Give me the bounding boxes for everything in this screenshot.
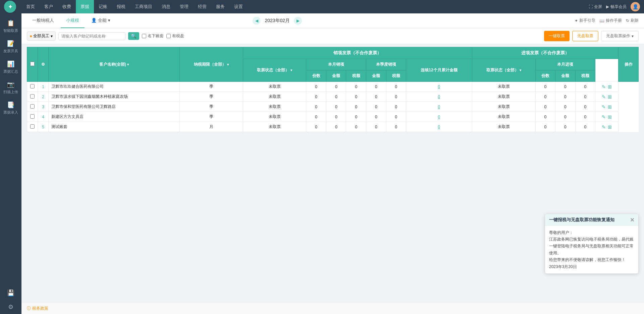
row-consecutive-12[interactable]: 0 (406, 92, 472, 102)
row-purchase-month-count: 0 (535, 112, 555, 122)
nav-invoice[interactable]: 票据 (76, 0, 94, 13)
row-sales-quarter-amount: 0 (366, 82, 386, 92)
sidebar-item-summary[interactable]: 📊 票据汇总 (1, 57, 21, 77)
row-sales-fetch-status: 未取票 (243, 112, 306, 122)
row-actions: ✎ ⊞ (595, 92, 619, 102)
nav-billing[interactable]: 收费 (58, 0, 76, 13)
row-purchase-month-tax: 0 (575, 92, 595, 102)
user-avatar[interactable]: 👤 (631, 2, 640, 11)
row-tax-period: 季 (179, 92, 243, 102)
notification-apology: 给您带来的不便敬请谅解，祝您工作愉快！ (549, 256, 634, 263)
row-sales-fetch-status: 未取票 (243, 92, 306, 102)
config-icon: ⚙ (8, 303, 13, 311)
nav-accounting[interactable]: 记账 (94, 0, 112, 13)
th-sales-month-amount: 金额 (326, 70, 346, 82)
nav-business[interactable]: 工商项目 (130, 0, 157, 13)
view-icon[interactable]: ⊞ (608, 124, 612, 130)
th-sales-quarter-tax: 税额 (386, 70, 406, 82)
view-icon[interactable]: ⊞ (608, 104, 612, 110)
filter-icon[interactable]: ▾ (127, 63, 129, 66)
notification-title: 一键报税与无盘取票功能恢复通知 (549, 217, 614, 223)
nav-settings[interactable]: 设置 (229, 0, 248, 13)
row-consecutive-12[interactable]: 0 (406, 122, 472, 132)
view-icon[interactable]: ⊞ (608, 114, 612, 120)
tax-disk-checkbox[interactable]: 有税盘 (166, 33, 184, 39)
row-consecutive-12[interactable]: 0 (406, 102, 472, 112)
nav-home[interactable]: 首页 (21, 0, 40, 13)
tax-policy-link[interactable]: ⓘ 税务政策 (27, 306, 639, 311)
nav-operation[interactable]: 经营 (193, 0, 211, 13)
notification-close-btn[interactable]: ✕ (630, 217, 634, 223)
sidebar-item-config[interactable]: ⚙ (1, 300, 21, 314)
row-index: 2 (38, 92, 49, 102)
prev-period-btn[interactable]: ◀ (253, 17, 261, 25)
th-purchase-month-amount: 金额 (555, 70, 576, 82)
th-sales-month-count: 份数 (306, 70, 326, 82)
row-checkbox[interactable] (27, 92, 38, 102)
view-icon[interactable]: ⊞ (608, 84, 612, 89)
new-guide-btn[interactable]: ✦ 新手引导 (575, 18, 595, 23)
row-sales-month-count: 0 (306, 92, 326, 102)
row-client-name: 新建区方方文具店 (49, 112, 180, 122)
fullscreen-btn[interactable]: ⛶ 全屏 (589, 4, 602, 10)
employee-filter[interactable]: ■ 全部员工 ▾ (27, 32, 56, 41)
th-consecutive-12: 连续12个月累计金额 (406, 59, 472, 82)
sidebar-item-scan[interactable]: 📷 扫描上传 (1, 77, 21, 98)
manual-btn[interactable]: 📖 操作手册 (599, 18, 622, 23)
select-all-checkbox[interactable] (30, 62, 35, 66)
nav-tax[interactable]: 报税 (112, 0, 130, 13)
sidebar: 📋 智能取票 📝 发票开具 📊 票据汇总 📷 扫描上传 📑 票据录入 💾 ⚙ (0, 13, 21, 314)
tab-general-taxpayer[interactable]: 一般纳税人 (27, 13, 59, 28)
refresh-btn[interactable]: ↻ 刷新 (626, 18, 639, 23)
sidebar-item-issue[interactable]: 📝 发票开具 (1, 37, 21, 57)
tax-disk-check[interactable] (166, 34, 171, 38)
row-checkbox[interactable] (27, 122, 38, 132)
member-btn[interactable]: ▶ 畅享会员 (606, 4, 627, 10)
purchase-status-filter[interactable]: ▾ (520, 68, 521, 72)
row-purchase-fetch-status: 未取票 (472, 102, 535, 112)
edit-icon[interactable]: ✎ (602, 94, 606, 100)
row-checkbox[interactable] (27, 82, 38, 92)
nav-client[interactable]: 客户 (40, 0, 58, 13)
row-index: 1 (38, 82, 49, 92)
tab-small-scale[interactable]: 小规模 (61, 13, 85, 28)
row-sales-fetch-status: 未取票 (243, 82, 306, 92)
row-sales-quarter-amount: 0 (366, 112, 386, 122)
view-icon[interactable]: ⊞ (608, 94, 612, 100)
tab-all[interactable]: 👤 全能 ▾ (86, 13, 116, 28)
sidebar-item-download[interactable]: 💾 (1, 286, 21, 300)
row-sales-month-tax: 0 (346, 122, 366, 132)
row-consecutive-12[interactable]: 0 (406, 82, 472, 92)
employee-filter-arrow: ▾ (51, 34, 53, 39)
row-tax-period: 季 (179, 112, 243, 122)
edit-icon[interactable]: ✎ (602, 104, 606, 110)
next-period-btn[interactable]: ▶ (294, 17, 302, 25)
download-icon: 💾 (7, 289, 14, 297)
sales-status-filter[interactable]: ▾ (290, 68, 292, 72)
my-account-checkbox[interactable]: 名下账套 (142, 33, 164, 39)
row-client-name: 卫辉市玖玖健合医药有限公司 (49, 82, 180, 92)
sidebar-label-smart-fetch: 智能取票 (3, 28, 18, 33)
row-sales-month-count: 0 (306, 112, 326, 122)
one-key-fetch-button[interactable]: 一键取票 (544, 31, 570, 41)
chevron-down-icon: ▾ (108, 18, 110, 23)
row-consecutive-12[interactable]: 0 (406, 112, 472, 122)
search-button[interactable]: 🔍 (128, 32, 139, 40)
no-disk-operation-button[interactable]: 无盘取票操作 ▾ (601, 31, 639, 41)
edit-icon[interactable]: ✎ (602, 124, 606, 130)
edit-icon[interactable]: ✎ (602, 84, 606, 89)
client-search-input[interactable] (58, 32, 125, 40)
my-account-check[interactable] (142, 34, 146, 38)
edit-icon[interactable]: ✎ (602, 114, 606, 120)
row-checkbox[interactable] (27, 112, 38, 122)
sidebar-label-issue: 发票开具 (3, 49, 18, 54)
row-checkbox[interactable] (27, 102, 38, 112)
no-disk-fetch-button[interactable]: 无盘取票 (572, 31, 598, 41)
table-body: 1 卫辉市玖玖健合医药有限公司 季 未取票 0 0 0 0 0 0 未取票 0 … (27, 82, 639, 132)
nav-manage[interactable]: 管理 (175, 0, 193, 13)
sidebar-item-entry[interactable]: 📑 票据录入 (1, 98, 21, 118)
nav-message[interactable]: 消息 (157, 0, 175, 13)
sidebar-item-smart-fetch[interactable]: 📋 智能取票 (1, 16, 21, 37)
tax-period-filter-icon[interactable]: ▾ (227, 63, 229, 66)
nav-service[interactable]: 服务 (211, 0, 229, 13)
